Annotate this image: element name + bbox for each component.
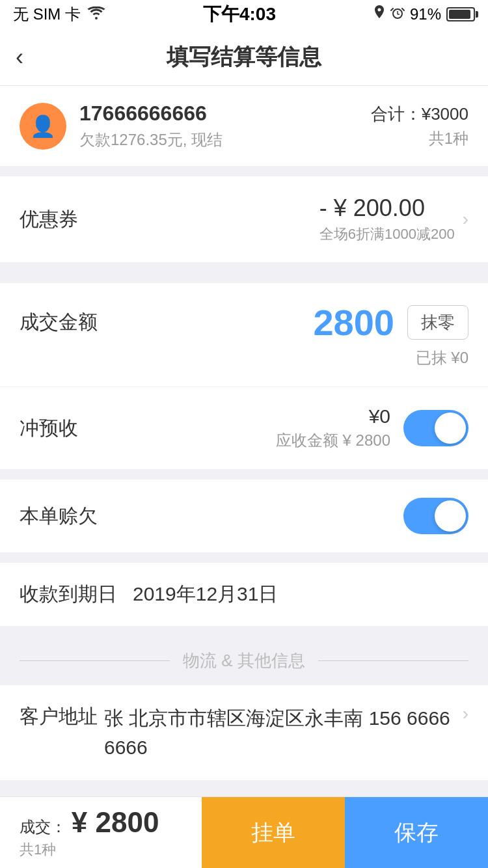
bottom-bar: 成交： ¥ 2800 共1种 挂单 保存 — [0, 796, 488, 868]
amount-label: 成交金额 — [20, 309, 98, 336]
coupon-info: - ¥ 200.00 全场6折满1000减200 — [319, 195, 455, 244]
user-info-section: 👤 17666666666 欠款1276.35元, 现结 合计：¥3000 共1… — [0, 86, 488, 166]
address-section[interactable]: 客户地址 张 北京市市辖区海淀区永丰南 156 6666 6666 › — [0, 685, 488, 780]
coupon-discount: - ¥ 200.00 — [319, 195, 455, 222]
user-details: 17666666666 欠款1276.35元, 现结 — [79, 102, 223, 150]
prepay-right: ¥0 应收金额 ¥ 2800 — [276, 405, 468, 451]
prepay-row: 冲预收 ¥0 应收金额 ¥ 2800 — [20, 405, 468, 451]
deferred-label: 本单赊欠 — [20, 503, 98, 530]
battery-icon — [446, 7, 475, 21]
coupon-right: - ¥ 200.00 全场6折满1000减200 › — [319, 195, 468, 244]
due-date-section: 收款到期日 2019年12月31日 — [0, 563, 488, 626]
deferred-toggle[interactable] — [403, 498, 468, 534]
prepay-section: 冲预收 ¥0 应收金额 ¥ 2800 — [0, 387, 488, 469]
prepay-value: ¥0 应收金额 ¥ 2800 — [276, 405, 390, 451]
coupon-detail: 全场6折满1000减200 — [319, 224, 455, 244]
logistics-line-left — [20, 660, 170, 661]
content: 👤 17666666666 欠款1276.35元, 现结 合计：¥3000 共1… — [0, 86, 488, 868]
battery-percent: 91% — [410, 5, 441, 23]
avatar: 👤 — [20, 103, 66, 150]
chevron-right-icon: › — [463, 209, 468, 230]
save-button[interactable]: 保存 — [345, 797, 488, 869]
user-sub: 欠款1276.35元, 现结 — [79, 129, 223, 150]
user-phone: 17666666666 — [79, 102, 223, 126]
nav-bar: ‹ 填写结算等信息 — [0, 29, 488, 86]
bottom-info: 成交： ¥ 2800 共1种 — [0, 806, 202, 860]
due-label: 收款到期日 — [20, 581, 117, 608]
address-text: 张 北京市市辖区海淀区永丰南 156 6666 6666 — [104, 703, 452, 762]
location-icon — [373, 5, 385, 23]
address-chevron-icon: › — [463, 703, 468, 724]
bottom-count: 共1种 — [20, 840, 182, 860]
logistics-separator: 物流 & 其他信息 — [0, 636, 488, 685]
round-button[interactable]: 抹零 — [407, 305, 468, 340]
amount-value: 2800 — [313, 301, 394, 344]
user-totals: 合计：¥3000 共1种 — [371, 103, 468, 149]
coupon-label: 优惠券 — [20, 206, 78, 233]
amount-sub: 已抹 ¥0 — [20, 347, 468, 368]
total-label: 合计：¥3000 — [371, 103, 468, 126]
prepay-label: 冲预收 — [20, 415, 78, 442]
carrier-text: 无 SIM 卡 — [13, 4, 81, 25]
wifi-icon — [87, 5, 105, 23]
address-right: 张 北京市市辖区海淀区永丰南 156 6666 6666 › — [104, 703, 468, 762]
amount-section: 成交金额 2800 抹零 已抹 ¥0 — [0, 283, 488, 387]
avatar-icon: 👤 — [30, 114, 56, 139]
deferred-section: 本单赊欠 — [0, 480, 488, 552]
status-left: 无 SIM 卡 — [13, 4, 105, 25]
logistics-text: 物流 & 其他信息 — [183, 649, 305, 672]
gray-separator — [0, 273, 488, 283]
bottom-amount: ¥ 2800 — [72, 806, 159, 838]
logistics-line-right — [318, 660, 468, 661]
user-left: 👤 17666666666 欠款1276.35元, 现结 — [20, 102, 223, 150]
bottom-label-amount: 成交： ¥ 2800 — [20, 806, 182, 839]
alarm-icon — [390, 5, 405, 23]
back-button[interactable]: ‹ — [16, 44, 23, 71]
due-value: 2019年12月31日 — [133, 581, 278, 608]
bottom-label: 成交： — [20, 818, 66, 835]
total-count: 共1种 — [371, 128, 468, 149]
prepay-toggle[interactable] — [403, 410, 468, 446]
deferred-toggle-thumb — [435, 500, 466, 532]
page-title: 填写结算等信息 — [167, 42, 321, 72]
status-bar: 无 SIM 卡 下午4:03 91% — [0, 0, 488, 29]
prepay-sub: 应收金额 ¥ 2800 — [276, 430, 390, 451]
due-row: 收款到期日 2019年12月31日 — [20, 581, 468, 608]
status-right: 91% — [373, 5, 475, 23]
time-display: 下午4:03 — [203, 2, 276, 27]
address-label: 客户地址 — [20, 703, 104, 730]
prepay-amount: ¥0 — [276, 405, 390, 427]
amount-row: 成交金额 2800 抹零 — [20, 301, 468, 344]
toggle-thumb — [435, 413, 466, 444]
hang-order-button[interactable]: 挂单 — [202, 797, 345, 869]
coupon-section[interactable]: 优惠券 - ¥ 200.00 全场6折满1000减200 › — [0, 176, 488, 262]
amount-right: 2800 抹零 — [313, 301, 468, 344]
